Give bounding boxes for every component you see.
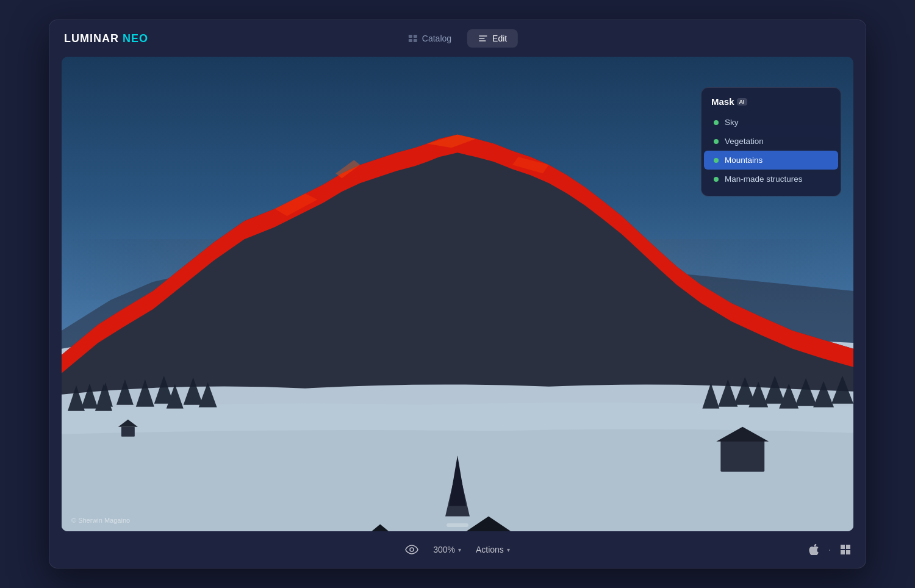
catalog-label: Catalog: [422, 34, 451, 43]
svg-rect-3: [414, 39, 417, 42]
svg-rect-66: [121, 427, 135, 437]
svg-rect-0: [409, 35, 412, 38]
zoom-chevron: ▾: [458, 547, 461, 553]
mask-title: Mask: [711, 96, 734, 107]
slider-handle: [447, 523, 468, 527]
mask-panel: Mask AI Sky Vegetation Mountains M: [701, 87, 841, 196]
bottom-toolbar: 300% ▾ Actions ▾ ·: [49, 531, 866, 568]
vegetation-dot: [714, 139, 719, 144]
copyright-text: © Sherwin Magaino: [71, 517, 130, 524]
mountains-dot: [714, 158, 719, 163]
separator-icon: ·: [824, 544, 835, 555]
apple-icon[interactable]: [808, 544, 819, 555]
actions-chevron: ▾: [507, 547, 510, 553]
app-logo: LUMINAR NEO: [64, 32, 148, 45]
visibility-button[interactable]: [405, 545, 418, 554]
eye-icon: [405, 545, 418, 554]
svg-rect-78: [846, 545, 850, 549]
catalog-icon: [408, 34, 418, 43]
title-bar: LUMINAR NEO Catalog Edit: [49, 20, 866, 57]
edit-label: Edit: [492, 34, 507, 43]
zoom-button[interactable]: 300% ▾: [433, 545, 461, 554]
mask-item-sky-label: Sky: [725, 118, 739, 127]
svg-rect-2: [409, 39, 412, 42]
man-made-dot: [714, 177, 719, 182]
app-window: LUMINAR NEO Catalog Edit: [49, 20, 866, 568]
svg-rect-1: [414, 35, 417, 38]
logo-neo: NEO: [123, 32, 148, 45]
photo-canvas: © Sherwin Magaino Mask AI Sky Vegetation: [62, 57, 853, 531]
mask-item-sky[interactable]: Sky: [704, 113, 838, 132]
mask-title-row: Mask AI: [702, 96, 841, 113]
actions-button[interactable]: Actions ▾: [476, 545, 510, 554]
mask-item-vegetation-label: Vegetation: [725, 137, 764, 146]
edit-icon: [478, 34, 488, 43]
system-icons: ·: [808, 531, 851, 568]
mask-item-man-made[interactable]: Man-made structures: [704, 170, 838, 188]
mask-item-vegetation[interactable]: Vegetation: [704, 132, 838, 151]
mask-item-mountains-label: Mountains: [725, 156, 762, 165]
svg-rect-80: [846, 550, 850, 554]
mask-item-mountains[interactable]: Mountains: [704, 151, 838, 170]
mask-item-man-made-label: Man-made structures: [725, 174, 803, 184]
svg-rect-77: [841, 545, 845, 549]
header-nav: Catalog Edit: [397, 29, 518, 48]
sky-dot: [714, 120, 719, 125]
slider-area[interactable]: [445, 519, 470, 531]
actions-label: Actions: [476, 545, 504, 554]
mask-ai-badge: AI: [737, 98, 747, 106]
edit-button[interactable]: Edit: [467, 29, 518, 48]
windows-icon[interactable]: [840, 544, 851, 555]
logo-luminar: LUMINAR: [64, 32, 119, 45]
main-content: © Sherwin Magaino Mask AI Sky Vegetation: [62, 57, 853, 531]
svg-point-76: [410, 548, 414, 551]
svg-rect-79: [841, 550, 845, 554]
zoom-value: 300%: [433, 545, 455, 554]
svg-rect-68: [720, 440, 764, 472]
catalog-button[interactable]: Catalog: [397, 29, 462, 48]
